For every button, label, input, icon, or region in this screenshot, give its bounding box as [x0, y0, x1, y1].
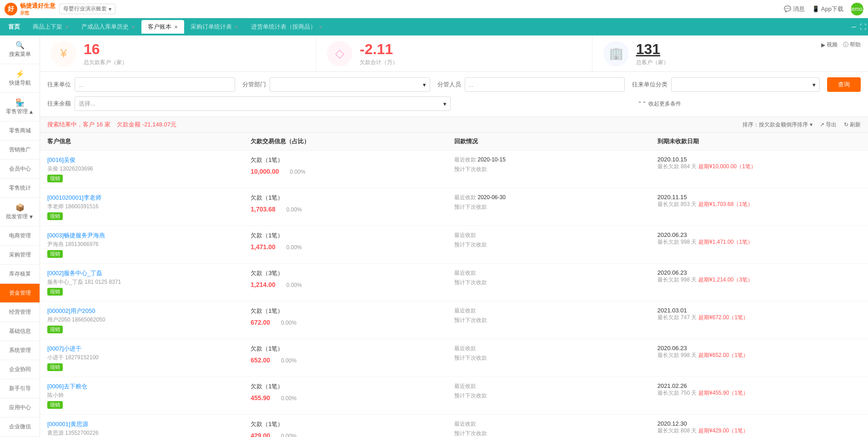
results-bar: 搜索结果中，客户 16 家 欠款金额 -21,148.07元 排序：按欠款金额倒… — [40, 117, 868, 133]
col-header-payback: 回款情况 — [454, 137, 657, 146]
customer-link-0[interactable]: [0016]吴俊 — [47, 156, 75, 163]
avatar[interactable]: demo2 — [851, 3, 863, 15]
filter-select-balance[interactable]: 选择... ▾ — [75, 96, 451, 111]
minimize-icon[interactable]: ─ — [852, 23, 856, 30]
filter-input-person[interactable]: ... — [465, 77, 625, 92]
sidebar-item-finance[interactable]: 资金管理 — [0, 284, 40, 303]
batch-icon: 📦 — [15, 203, 25, 212]
overdue-link-5[interactable]: 超期¥652.00（1笔） — [698, 352, 748, 358]
sidebar-item-purchase[interactable]: 采购管理 — [0, 246, 40, 265]
close-icon[interactable]: ✕ — [235, 25, 238, 30]
tab-goods[interactable]: 商品上下架 ✕ — [26, 20, 75, 34]
sidebar-item-quick-nav[interactable]: ⚡ 快捷导航 — [0, 64, 40, 93]
main-layout: 🔍 搜索菜单 ⚡ 快捷导航 🏪 零售管理 ▲ 零售商城 营销推广 会员中心 零售… — [0, 35, 868, 437]
filter-select-dept[interactable]: ▾ — [270, 77, 430, 92]
tab-bar-actions: ─ ⛶ — [852, 23, 866, 30]
tab-home[interactable]: 首页 — [2, 20, 26, 34]
overdue-link-7[interactable]: 超期¥429.00（1笔） — [698, 427, 748, 434]
cell-overdue-0: 2020.10.15 最长欠款 884 天 超期¥10,000.00（1笔） — [657, 156, 861, 182]
customer-sub-0: 吴俊 13026203696 — [47, 165, 251, 173]
customer-link-4[interactable]: [000002]用户2050 — [47, 307, 95, 314]
sidebar-item-retail-stats[interactable]: 零售统计 — [0, 179, 40, 198]
overdue-link-0[interactable]: 超期¥10,000.00（1笔） — [698, 163, 756, 170]
collapse-button[interactable]: ⌃⌃ 收起更多条件 — [458, 100, 861, 108]
cell-payback-4: 最近收款 预计下次收款 — [454, 307, 657, 333]
filter-row-2: 往来余额 选择... ▾ ⌃⌃ 收起更多条件 — [47, 96, 861, 111]
cell-debt-7: 欠款（1笔） 429.00 0.00% — [251, 420, 454, 437]
sidebar-item-wechat[interactable]: 企业微信 — [0, 417, 40, 437]
table-row: [0002]服务中心_丁磊 服务中心_丁磊 181 0125 8371 现销 欠… — [40, 264, 868, 301]
chevron-down-icon: ▾ — [813, 81, 816, 88]
close-icon[interactable]: ✕ — [174, 25, 178, 30]
sidebar-item-system[interactable]: 系统管理 — [0, 341, 40, 360]
customer-link-2[interactable]: [0003]畅捷服务尹海燕 — [47, 232, 105, 239]
refresh-btn[interactable]: ↻ 刷新 — [844, 121, 861, 129]
stat-card-2: ◇ -2.11 欠款合计（万） — [316, 35, 592, 71]
export-btn[interactable]: ↗ 导出 — [820, 121, 837, 129]
export-icon: ↗ — [820, 121, 824, 128]
customer-tag-5: 现销 — [47, 363, 63, 371]
sidebar-item-ecommerce[interactable]: 电商管理 — [0, 226, 40, 246]
table-row: [000001]黄思源 黄思源 13552700226 现销 欠款（1笔） 42… — [40, 415, 868, 437]
sidebar: 🔍 搜索菜单 ⚡ 快捷导航 🏪 零售管理 ▲ 零售商城 营销推广 会员中心 零售… — [0, 35, 40, 437]
close-icon[interactable]: ✕ — [319, 25, 322, 30]
close-icon[interactable]: ✕ — [65, 25, 69, 30]
customer-sub-4: 用户2050 18665062050 — [47, 316, 251, 324]
overdue-link-6[interactable]: 超期¥455.90（1笔） — [698, 390, 748, 396]
cell-customer-0: [0016]吴俊 吴俊 13026203696 现销 — [47, 156, 251, 182]
sort-selector[interactable]: 排序：按欠款金额倒序排序 ▾ — [743, 121, 813, 129]
cell-payback-3: 最近收款 预计下次收款 — [454, 269, 657, 296]
close-icon[interactable]: ✕ — [131, 25, 135, 30]
cell-debt-5: 欠款（1笔） 652.00 0.00% — [251, 345, 454, 371]
table-container: 客户信息 欠款交易信息（占比） 回款情况 到期未收款日期 [0016]吴俊 吴俊… — [40, 133, 868, 437]
cell-customer-2: [0003]畅捷服务尹海燕 尹海燕 18513066976 现销 — [47, 231, 251, 258]
video-icon: ▶ — [821, 42, 825, 48]
sidebar-item-apps[interactable]: 应用中心 — [0, 398, 40, 417]
tab-purchase-order[interactable]: 采购订单统计表 ✕ — [184, 20, 245, 34]
chevron-up-icon: ⌃⌃ — [637, 100, 647, 107]
sidebar-item-warehouse[interactable]: 库存核算 — [0, 265, 40, 284]
overdue-link-1[interactable]: 超期¥1,703.68（1笔） — [698, 201, 753, 207]
maximize-icon[interactable]: ⛶ — [860, 23, 866, 30]
overdue-link-4[interactable]: 超期¥672.00（1笔） — [698, 314, 748, 321]
filter-select-category[interactable]: ▾ — [671, 77, 820, 92]
col-header-overdue: 到期未收款日期 — [657, 137, 861, 146]
stat-icon-2: ◇ — [327, 41, 352, 66]
cell-debt-1: 欠款（1笔） 1,703.68 0.00% — [251, 194, 454, 220]
video-btn[interactable]: ▶ 视频 — [821, 41, 838, 49]
filter-item-unit: 往来单位 ... — [47, 77, 235, 92]
sidebar-item-retail[interactable]: 🏪 零售管理 ▲ — [0, 93, 40, 121]
tab-purchase-stats[interactable]: 进货单统计表（按商品） ✕ — [245, 20, 329, 34]
sidebar-item-member[interactable]: 会员中心 — [0, 160, 40, 179]
sidebar-item-retail-mall[interactable]: 零售商城 — [0, 121, 40, 141]
sidebar-item-business[interactable]: 经营管理 — [0, 303, 40, 322]
chevron-down-icon: ▾ — [109, 6, 111, 12]
results-info: 搜索结果中，客户 16 家 欠款金额 -21,148.07元 — [47, 121, 176, 129]
customer-link-7[interactable]: [000001]黄思源 — [47, 421, 88, 427]
customer-link-6[interactable]: [0006]去下粮仓 — [47, 383, 87, 390]
sidebar-item-marketing[interactable]: 营销推广 — [0, 141, 40, 160]
tab-product-history[interactable]: 产成品入库单历史 ✕ — [75, 20, 141, 34]
tab-customer-account[interactable]: 客户账本 ✕ — [141, 20, 184, 34]
overdue-link-3[interactable]: 超期¥1,214.00（3笔） — [698, 276, 753, 283]
customer-tag-3: 现销 — [47, 288, 63, 296]
sidebar-item-enterprise[interactable]: 企业协同 — [0, 360, 40, 379]
customer-tag-1: 现销 — [47, 212, 63, 220]
cell-debt-6: 欠款（1笔） 455.90 0.00% — [251, 382, 454, 409]
cell-payback-7: 最近收款 预计下次收款 — [454, 420, 657, 437]
sidebar-item-newbie[interactable]: 新手引导 — [0, 379, 40, 398]
app-download-btn[interactable]: 📱 App下载 — [812, 5, 843, 13]
overdue-link-2[interactable]: 超期¥1,471.00（1笔） — [698, 239, 753, 245]
customer-link-5[interactable]: [0007]小进干 — [47, 345, 81, 352]
message-btn[interactable]: 💬 消息 — [784, 5, 805, 13]
company-selector[interactable]: 母婴行业演示账套 ▾ — [59, 4, 115, 14]
customer-link-1[interactable]: [0001020001]李老师 — [47, 194, 101, 201]
sidebar-item-batch[interactable]: 📦 批发管理 ▼ — [0, 198, 40, 226]
filter-input-unit[interactable]: ... — [75, 77, 235, 92]
sidebar-item-search[interactable]: 🔍 搜索菜单 — [0, 35, 40, 64]
sidebar-item-basic[interactable]: 基础信息 — [0, 322, 40, 341]
search-button[interactable]: 查询 — [827, 77, 861, 92]
help-btn[interactable]: ⓘ 帮助 — [843, 41, 861, 49]
customer-link-3[interactable]: [0002]服务中心_丁磊 — [47, 270, 102, 276]
company-name: 母婴行业演示账套 — [63, 5, 107, 13]
